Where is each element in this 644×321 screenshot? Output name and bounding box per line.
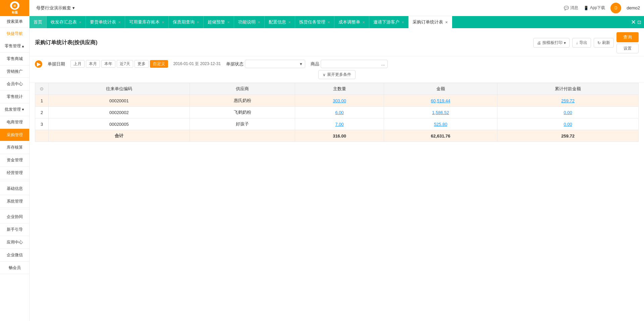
page-content: 采购订单统计表(按供应商) 🖨 按模板打印 ▾ ↓ 导出 ↻ 刷新 查询 bbox=[30, 28, 644, 321]
main-area: 母婴行业演示账套 ▾ 💬 消息 📱 App下载 D demo2 首页 收发存汇总… bbox=[30, 0, 644, 321]
tab-overstock-close[interactable]: ✕ bbox=[227, 20, 230, 24]
tab-available-stock-close[interactable]: ✕ bbox=[162, 20, 164, 24]
tab-config-close[interactable]: ✕ bbox=[288, 20, 291, 24]
ellipsis-icon: ... bbox=[381, 61, 385, 66]
sidebar-item-basic-info[interactable]: 基础信息 bbox=[0, 182, 29, 195]
tab-function-desc-close[interactable]: ✕ bbox=[258, 20, 260, 24]
sidebar-item-retail-stats[interactable]: 零售统计 bbox=[0, 91, 29, 103]
tab-pick-task-label: 拣货任务管理 bbox=[299, 19, 325, 25]
tab-cost-adjust[interactable]: 成本调整单 ✕ bbox=[334, 16, 369, 28]
tab-receive-send-label: 收发存汇总表 bbox=[51, 19, 77, 25]
tab-home[interactable]: 首页 bbox=[30, 16, 47, 28]
tab-cost-adjust-label: 成本调整单 bbox=[338, 19, 360, 25]
date-btn-last7[interactable]: 近7天 bbox=[117, 60, 133, 68]
tab-config[interactable]: 配置信息 ✕ bbox=[265, 16, 295, 28]
sidebar-item-member-center[interactable]: 会员中心 bbox=[0, 78, 29, 91]
date-btn-custom[interactable]: 自定义 bbox=[150, 60, 168, 68]
refresh-label: 刷新 bbox=[602, 40, 610, 46]
sidebar-item-finance-manage[interactable]: 资金管理 bbox=[0, 154, 29, 167]
sidebar-item-ops-manage[interactable]: 经营管理 bbox=[0, 167, 29, 179]
sidebar-item-system-manage[interactable]: 系统管理 bbox=[0, 195, 29, 208]
row-quantity[interactable]: 303.00 bbox=[295, 95, 384, 107]
tab-function-desc[interactable]: 功能说明 ✕ bbox=[234, 16, 265, 28]
row-amount[interactable]: 525.80 bbox=[384, 118, 497, 130]
row-index: 1 bbox=[35, 95, 49, 107]
tab-pick-task-close[interactable]: ✕ bbox=[327, 20, 330, 24]
workspace-selector[interactable]: 母婴行业演示账套 ▾ bbox=[34, 4, 77, 12]
date-btn-last-month[interactable]: 上月 bbox=[70, 60, 85, 68]
close-all-tabs[interactable]: ✕ ⊡ bbox=[628, 18, 644, 26]
sidebar-member-center-label: 会员中心 bbox=[7, 82, 23, 86]
row-paid[interactable]: 0.00 bbox=[497, 107, 639, 118]
tab-order-stats[interactable]: 要货单统计表 ✕ bbox=[86, 16, 125, 28]
row-supplier: 惠氏奶粉 bbox=[190, 95, 295, 107]
sidebar-item-ecommerce-manage[interactable]: 电商管理 bbox=[0, 116, 29, 129]
expand-icon: ∨ bbox=[323, 72, 326, 77]
message-action[interactable]: 💬 消息 bbox=[564, 5, 578, 11]
col-settings-header[interactable]: ⚙ bbox=[35, 83, 49, 95]
sidebar-item-stock-accounting[interactable]: 库存核算 bbox=[0, 141, 29, 154]
export-button[interactable]: ↓ 导出 bbox=[572, 38, 591, 48]
tab-overstock[interactable]: 超储预警 ✕ bbox=[204, 16, 234, 28]
tab-invite-downstream[interactable]: 邀请下游客户 ✕ bbox=[369, 16, 409, 28]
tab-config-label: 配置信息 bbox=[269, 19, 286, 25]
sidebar-item-quick-nav[interactable]: 快捷导航 bbox=[0, 28, 29, 40]
expand-more-button[interactable]: ∨ 展开更多条件 bbox=[318, 70, 356, 79]
setting-button[interactable]: 设置 bbox=[616, 44, 639, 53]
footer-amount: 62,631.76 bbox=[384, 130, 497, 142]
query-button[interactable]: 查询 bbox=[616, 32, 639, 42]
sidebar-member-label: 畅会员 bbox=[9, 265, 21, 270]
status-filter-label: 单据状态 bbox=[226, 61, 244, 67]
row-amount[interactable]: 1,586.52 bbox=[384, 107, 497, 118]
status-select-box[interactable]: ▾ bbox=[245, 60, 305, 68]
tab-pick-task[interactable]: 拣货任务管理 ✕ bbox=[295, 16, 334, 28]
row-quantity[interactable]: 6.00 bbox=[295, 107, 384, 118]
sidebar-item-retail-manage[interactable]: 零售管理 ▲ bbox=[0, 40, 29, 53]
tab-available-stock-label: 可用量库存账本 bbox=[129, 19, 160, 25]
filter-area: ▶ 单据日期 上月 本月 本年 近7天 更多 自定义 2016-01-01 至 … bbox=[30, 56, 644, 83]
row-quantity[interactable]: 7.00 bbox=[295, 118, 384, 130]
sidebar-item-marketing[interactable]: 营销推广 bbox=[0, 65, 29, 78]
tab-shelf-life-close[interactable]: ✕ bbox=[197, 20, 199, 24]
tab-shelf-life[interactable]: 保质期查询 ✕ bbox=[169, 16, 204, 28]
sidebar-system-label: 系统管理 bbox=[7, 199, 23, 204]
sidebar-item-app-center[interactable]: 应用中心 bbox=[0, 236, 29, 249]
sidebar-item-enterprise-collab[interactable]: 企业协同 bbox=[0, 211, 29, 223]
query-label: 查询 bbox=[623, 35, 632, 40]
date-btn-this-year[interactable]: 本年 bbox=[101, 60, 115, 68]
row-paid[interactable]: 0.00 bbox=[497, 118, 639, 130]
sidebar-item-new-guide[interactable]: 新手引导 bbox=[0, 223, 29, 236]
tab-receive-send-close[interactable]: ✕ bbox=[79, 20, 82, 24]
gear-icon[interactable]: ⚙ bbox=[40, 86, 44, 92]
date-range-display: 2016-01-01 至 2023-12-31 bbox=[173, 61, 221, 67]
table-row: 1 00020001 惠氏奶粉 303.00 60,519.44 259.72 bbox=[35, 95, 639, 107]
row-paid[interactable]: 259.72 bbox=[497, 95, 639, 107]
sidebar-item-retail-store[interactable]: 零售商城 bbox=[0, 53, 29, 65]
sidebar-item-enterprise-wechat[interactable]: 企业微信 bbox=[0, 249, 29, 262]
app-download-action[interactable]: 📱 App下载 bbox=[584, 5, 605, 11]
avatar[interactable]: D bbox=[610, 3, 621, 13]
sidebar-divider-2 bbox=[0, 209, 29, 209]
top-header: 母婴行业演示账套 ▾ 💬 消息 📱 App下载 D demo2 bbox=[30, 0, 644, 16]
date-btn-this-month[interactable]: 本月 bbox=[86, 60, 100, 68]
date-filter-label: 单据日期 bbox=[48, 61, 65, 67]
sidebar-search[interactable]: 搜索菜单 bbox=[0, 16, 29, 28]
tab-purchase-stats-close[interactable]: ✕ bbox=[445, 20, 448, 24]
tab-invite-downstream-close[interactable]: ✕ bbox=[401, 20, 404, 24]
sidebar-item-wholesale-manage[interactable]: 批发管理 ▼ bbox=[0, 103, 29, 116]
template-print-button[interactable]: 🖨 按模板打印 ▾ bbox=[533, 38, 570, 48]
row-amount[interactable]: 60,519.44 bbox=[384, 95, 497, 107]
mobile-icon: 📱 bbox=[584, 6, 589, 10]
user-name[interactable]: demo2 bbox=[627, 5, 640, 10]
tab-cost-adjust-close[interactable]: ✕ bbox=[362, 20, 365, 24]
tab-purchase-stats[interactable]: 采购订单统计表 ✕ bbox=[409, 16, 452, 28]
refresh-button[interactable]: ↻ 刷新 bbox=[594, 38, 614, 48]
tab-order-stats-close[interactable]: ✕ bbox=[118, 20, 121, 24]
filter-toggle-button[interactable]: ▶ bbox=[35, 60, 42, 68]
sidebar-item-purchase-manage[interactable]: 采购管理 bbox=[0, 129, 29, 142]
goods-input-box[interactable]: ... bbox=[321, 60, 388, 68]
date-btn-more[interactable]: 更多 bbox=[135, 60, 149, 68]
sidebar-item-member[interactable]: 畅会员 bbox=[0, 262, 29, 274]
tab-receive-send[interactable]: 收发存汇总表 ✕ bbox=[47, 16, 86, 28]
tab-available-stock[interactable]: 可用量库存账本 ✕ bbox=[125, 16, 169, 28]
